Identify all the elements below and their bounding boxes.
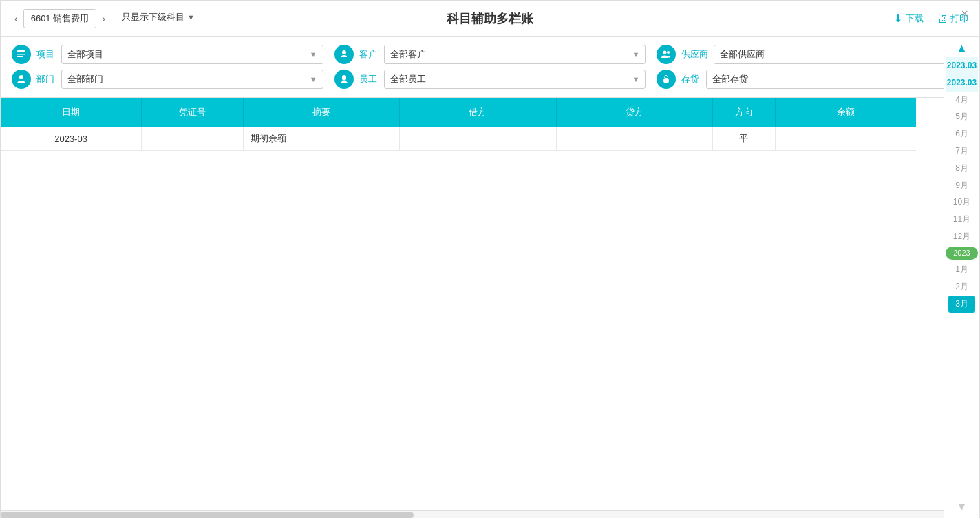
table-cell: 期初余额 — [243, 127, 399, 151]
customer-arrow: ▼ — [632, 50, 639, 59]
customer-icon — [334, 45, 354, 64]
timeline-panel: ▲ 2023.032023.034月5月6月7月8月9月10月11月12月202… — [944, 37, 979, 518]
col-balance: 余额 — [775, 98, 916, 127]
dept-select[interactable]: 全部部门 ▼ — [61, 70, 323, 89]
svg-rect-2 — [17, 56, 23, 58]
dept-label: 部门 — [36, 73, 56, 85]
timeline-item[interactable]: 2023 — [946, 247, 978, 260]
account-code: 6601 — [31, 13, 51, 23]
employee-value: 全部员工 — [390, 73, 426, 85]
timeline-item[interactable]: 2023.03 — [946, 57, 978, 74]
close-button[interactable]: × — [961, 8, 968, 20]
table-cell — [400, 127, 556, 151]
customer-select[interactable]: 全部客户 ▼ — [384, 45, 646, 64]
content-area: 项目 全部项目 ▼ 客户 全部客户 ▼ — [1, 37, 979, 518]
supplier-value: 全部供应商 — [720, 48, 765, 61]
employee-arrow: ▼ — [632, 75, 639, 83]
next-account-arrow[interactable]: › — [99, 12, 108, 25]
table-row: 2023-03期初余额平 — [1, 127, 916, 151]
table-cell: 2023-03 — [1, 127, 142, 151]
supplier-select[interactable]: 全部供应商 ▼ — [714, 45, 968, 64]
top-actions: ⬇ 下载 🖨 打印 — [894, 12, 968, 25]
svg-rect-0 — [17, 50, 25, 52]
download-label: 下载 — [906, 12, 924, 25]
timeline-item[interactable]: 12月 — [946, 228, 978, 245]
svg-point-4 — [667, 51, 670, 54]
account-name: 销售费用 — [53, 13, 89, 23]
inventory-select[interactable]: 全部存货 ▼ — [706, 70, 968, 89]
timeline-item[interactable]: 2月 — [946, 278, 978, 296]
employee-icon — [334, 70, 354, 89]
timeline-up-arrow[interactable]: ▲ — [954, 39, 970, 57]
inventory-value: 全部存货 — [712, 73, 748, 85]
dept-arrow: ▼ — [310, 75, 317, 83]
timeline-item[interactable]: 5月 — [946, 108, 978, 125]
filter-bar: 项目 全部项目 ▼ 客户 全部客户 ▼ — [1, 37, 979, 98]
svg-point-3 — [663, 51, 667, 54]
timeline-down-arrow[interactable]: ▼ — [954, 498, 970, 516]
print-icon: 🖨 — [937, 12, 948, 24]
timeline-item[interactable]: 11月 — [946, 211, 978, 228]
timeline-item[interactable]: 8月 — [946, 160, 978, 177]
scrollbar-thumb[interactable] — [1, 512, 414, 518]
employee-label: 员工 — [359, 73, 379, 85]
employee-select[interactable]: 全部员工 ▼ — [384, 70, 646, 89]
inventory-filter-item: 存货 全部存货 ▼ — [657, 70, 968, 89]
timeline-item[interactable]: 10月 — [946, 194, 978, 211]
project-icon — [12, 45, 31, 64]
table-cell — [775, 127, 916, 151]
prev-account-arrow[interactable]: ‹ — [12, 12, 21, 25]
download-icon: ⬇ — [894, 12, 903, 25]
download-button[interactable]: ⬇ 下载 — [894, 12, 924, 25]
table-cell: 平 — [712, 127, 775, 151]
employee-filter-item: 员工 全部员工 ▼ — [334, 70, 646, 89]
inventory-label: 存货 — [681, 73, 701, 85]
project-arrow: ▼ — [310, 50, 317, 59]
supplier-icon — [657, 45, 676, 64]
project-label: 项目 — [36, 48, 56, 61]
svg-rect-7 — [342, 79, 345, 81]
supplier-filter-item: 供应商 全部供应商 ▼ — [657, 45, 968, 64]
svg-rect-6 — [342, 75, 346, 80]
timeline-item[interactable]: 4月 — [946, 92, 978, 109]
timeline-item[interactable]: 3月 — [948, 296, 975, 313]
project-filter-item: 项目 全部项目 ▼ — [12, 45, 323, 64]
page-title: 科目辅助多栏账 — [447, 10, 533, 27]
table-cell — [556, 127, 712, 151]
main-window: ‹ 6601 销售费用 › 只显示下级科目 ▼ 科目辅助多栏账 ⬇ 下载 🖨 打… — [0, 0, 980, 518]
timeline-item[interactable]: 1月 — [946, 261, 978, 278]
col-date: 日期 — [1, 98, 142, 127]
table-cell — [142, 127, 244, 151]
show-sub-label: 只显示下级科目 — [122, 11, 184, 23]
show-sub-arrow: ▼ — [187, 13, 195, 21]
col-debit: 借方 — [400, 98, 556, 127]
project-select[interactable]: 全部项目 ▼ — [61, 45, 323, 64]
col-summary: 摘要 — [243, 98, 399, 127]
show-sub-toggle[interactable]: 只显示下级科目 ▼ — [122, 11, 195, 25]
timeline-item[interactable]: 2023.03 — [946, 74, 978, 92]
top-bar: ‹ 6601 销售费用 › 只显示下级科目 ▼ 科目辅助多栏账 ⬇ 下载 🖨 打… — [1, 1, 979, 37]
customer-value: 全部客户 — [390, 48, 426, 61]
col-voucher: 凭证号 — [142, 98, 244, 127]
timeline-item[interactable]: 9月 — [946, 177, 978, 194]
customer-label: 客户 — [359, 48, 379, 61]
inventory-icon — [657, 70, 676, 89]
dept-filter-item: 部门 全部部门 ▼ — [12, 70, 323, 89]
svg-point-8 — [663, 78, 669, 83]
account-nav: ‹ 6601 销售费用 › — [12, 9, 108, 28]
col-credit: 贷方 — [556, 98, 712, 127]
dept-value: 全部部门 — [67, 73, 103, 85]
customer-filter-item: 客户 全部客户 ▼ — [334, 45, 646, 64]
timeline-item[interactable]: 7月 — [946, 143, 978, 160]
account-label[interactable]: 6601 销售费用 — [23, 9, 97, 28]
project-value: 全部项目 — [67, 48, 103, 61]
table-wrap: 日期 凭证号 摘要 借方 贷方 方向 余额 2023-03期初余额平 — [1, 98, 944, 510]
ledger-table: 日期 凭证号 摘要 借方 贷方 方向 余额 2023-03期初余额平 — [1, 98, 916, 151]
svg-rect-1 — [17, 54, 25, 55]
horizontal-scrollbar[interactable] — [1, 510, 944, 518]
timeline-item[interactable]: 6月 — [946, 125, 978, 143]
supplier-label: 供应商 — [681, 48, 708, 61]
svg-point-5 — [19, 75, 23, 79]
dept-icon — [12, 70, 31, 89]
col-direction: 方向 — [712, 98, 775, 127]
